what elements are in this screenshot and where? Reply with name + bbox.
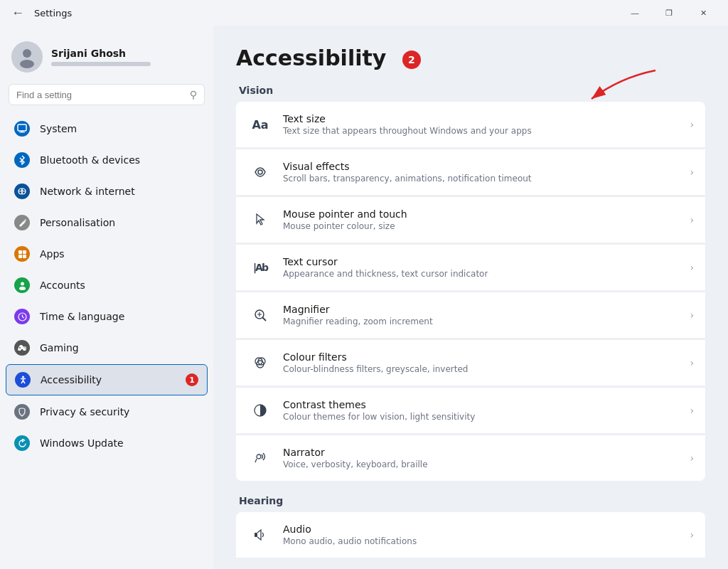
magnifier-text: Magnifier Magnifier reading, zoom increm… [283,304,680,326]
contrast-themes-chevron: › [690,405,694,416]
page-title: Accessibility 2 [236,46,705,70]
search-input[interactable] [16,90,184,100]
setting-mouse-pointer[interactable]: Mouse pointer and touch Mouse pointer co… [236,196,705,243]
svg-point-13 [25,348,26,349]
sidebar-item-personalisation[interactable]: Personalisation [6,208,208,238]
user-info: Srijani Ghosh [51,48,151,66]
text-cursor-text: Text cursor Appearance and thickness, te… [283,256,680,279]
minimize-button[interactable]: — [619,2,651,23]
visual-effects-desc: Scroll bars, transparency, animations, n… [283,174,680,184]
svg-point-9 [21,282,24,285]
sidebar-item-gaming-label: Gaming [40,342,79,353]
setting-colour-filters[interactable]: Colour filters Colour-blindness filters,… [236,339,705,385]
personalise-icon [14,215,30,230]
sidebar-item-accessibility[interactable]: Accessibility 1 [6,364,208,395]
user-name: Srijani Ghosh [51,48,151,59]
search-box[interactable]: ⚲ [9,84,205,105]
setting-magnifier[interactable]: Magnifier Magnifier reading, zoom increm… [236,292,705,338]
mouse-pointer-title: Mouse pointer and touch [283,208,680,220]
sidebar-item-privacy-label: Privacy & security [40,406,129,418]
sidebar-item-update[interactable]: Windows Update [6,428,208,458]
sidebar-item-accounts-label: Accounts [40,280,85,291]
avatar-icon [16,46,38,68]
content-wrapper: Accessibility 2 Vision [236,46,705,558]
svg-rect-8 [23,255,26,258]
audio-text: Audio Mono audio, audio notifications [283,523,680,546]
text-size-chevron: › [690,119,694,130]
bluetooth-icon [14,152,30,168]
hearing-settings-group: Audio Mono audio, audio notifications › [236,512,705,558]
sidebar-item-network-label: Network & internet [40,186,135,197]
sidebar-item-time-label: Time & language [40,311,124,322]
sidebar-item-bluetooth-label: Bluetooth & devices [40,154,140,166]
titlebar: ← Settings — ❐ ✕ [0,0,728,26]
setting-visual-effects[interactable]: Visual effects Scroll bars, transparency… [236,149,705,195]
contrast-themes-title: Contrast themes [283,399,680,410]
svg-point-14 [22,376,24,378]
magnifier-desc: Magnifier reading, zoom increment [283,317,680,326]
annotation-badge-2: 2 [402,50,421,69]
maximize-button[interactable]: ❐ [653,2,685,23]
close-button[interactable]: ✕ [687,2,719,23]
colour-filters-title: Colour filters [283,351,680,363]
sidebar-item-accessibility-label: Accessibility [41,374,102,385]
audio-desc: Mono audio, audio notifications [283,536,680,546]
time-icon [14,309,30,324]
visual-effects-chevron: › [690,166,694,178]
audio-icon [247,522,273,548]
sidebar-item-time[interactable]: Time & language [6,302,208,331]
svg-point-0 [23,49,31,58]
setting-audio[interactable]: Audio Mono audio, audio notifications › [236,512,705,558]
text-cursor-icon: |Ab [247,255,273,280]
text-size-desc: Text size that appears throughout Window… [283,126,680,136]
sidebar-item-apps[interactable]: Apps [6,239,208,269]
user-profile: Srijani Ghosh [6,34,208,84]
text-size-icon: Aa [247,112,273,137]
text-cursor-title: Text cursor [283,256,680,267]
back-button[interactable]: ← [9,3,27,23]
magnifier-title: Magnifier [283,304,680,315]
audio-title: Audio [283,523,680,535]
audio-chevron: › [690,529,694,541]
text-cursor-chevron: › [690,262,694,273]
sidebar: Srijani Ghosh ⚲ System Bluetooth & devic… [0,26,213,569]
gaming-icon [14,340,30,356]
sidebar-item-system[interactable]: System [6,114,208,144]
setting-contrast-themes[interactable]: Contrast themes Colour themes for low vi… [236,387,705,433]
contrast-themes-text: Contrast themes Colour themes for low vi… [283,399,680,422]
titlebar-left: ← Settings [9,3,72,23]
narrator-title: Narrator [283,447,680,458]
svg-point-10 [19,287,26,290]
text-size-title: Text size [283,113,680,124]
narrator-desc: Voice, verbosity, keyboard, braille [283,459,680,469]
mouse-pointer-icon [247,207,273,233]
svg-point-22 [257,454,261,459]
colour-filters-text: Colour filters Colour-blindness filters,… [283,351,680,374]
magnifier-icon [247,302,273,328]
titlebar-title: Settings [34,8,72,18]
sidebar-item-update-label: Windows Update [40,437,124,449]
svg-rect-5 [18,250,22,254]
sidebar-item-personalisation-label: Personalisation [40,217,115,228]
setting-text-cursor[interactable]: |Ab Text cursor Appearance and thickness… [236,244,705,290]
svg-rect-4 [19,132,25,133]
sidebar-item-accounts[interactable]: Accounts [6,270,208,300]
content-area: Accessibility 2 Vision [213,26,728,569]
user-account-bar [51,62,151,66]
setting-text-size[interactable]: Aa Text size Text size that appears thro… [236,102,705,147]
update-icon [14,435,30,451]
sidebar-item-privacy[interactable]: Privacy & security [6,397,208,427]
svg-point-12 [23,346,24,347]
sidebar-item-network[interactable]: Network & internet [6,176,208,206]
sidebar-item-system-label: System [40,123,77,134]
svg-rect-6 [23,250,26,254]
narrator-chevron: › [690,452,694,464]
svg-rect-2 [18,124,26,131]
sidebar-item-gaming[interactable]: Gaming [6,333,208,363]
setting-narrator[interactable]: Narrator Voice, verbosity, keyboard, bra… [236,435,705,481]
sidebar-item-bluetooth[interactable]: Bluetooth & devices [6,145,208,175]
apps-icon [14,246,30,262]
text-cursor-desc: Appearance and thickness, text cursor in… [283,269,680,279]
vision-settings-group: Aa Text size Text size that appears thro… [236,102,705,481]
system-icon [14,121,30,137]
